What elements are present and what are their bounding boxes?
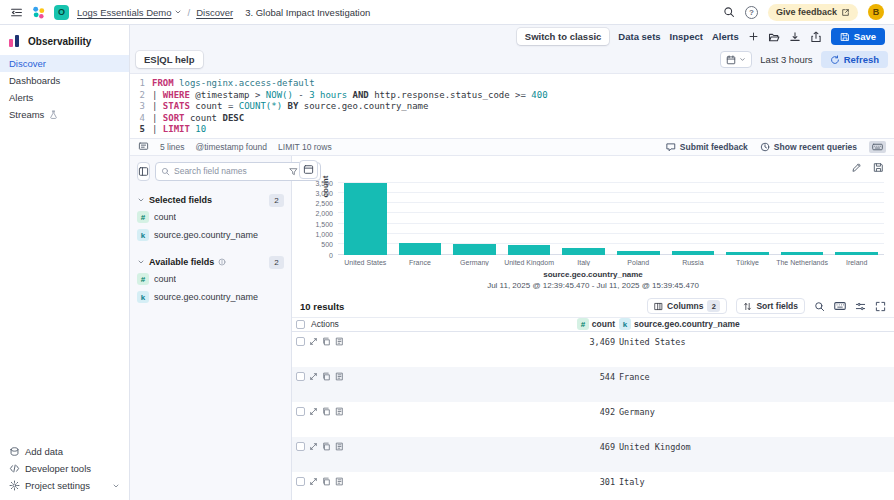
view-document-icon[interactable]: [335, 477, 344, 486]
selected-fields-accordion[interactable]: Selected fields 2: [137, 194, 284, 207]
country-cell[interactable]: Italy: [615, 477, 894, 487]
expand-row-icon[interactable]: [309, 372, 318, 381]
show-recent-queries-button[interactable]: Show recent queries: [760, 142, 857, 152]
search-icon[interactable]: [723, 6, 735, 18]
view-document-icon[interactable]: [335, 372, 344, 381]
bar-Türkiye[interactable]: [726, 252, 769, 255]
available-fields-accordion[interactable]: Available fields 2: [137, 256, 284, 269]
feedback-doc-icon[interactable]: [138, 141, 149, 152]
help-icon[interactable]: ?: [745, 6, 758, 19]
sidebar-item-project-settings[interactable]: Project settings: [0, 477, 129, 494]
fullscreen-icon[interactable]: [875, 301, 886, 312]
bar-United States[interactable]: [344, 183, 387, 254]
bar-United Kingdom[interactable]: [508, 245, 551, 255]
country-cell[interactable]: Germany: [615, 407, 894, 417]
user-avatar[interactable]: B: [868, 4, 884, 20]
edit-visualization-icon[interactable]: [851, 162, 862, 173]
keyboard-icon[interactable]: [834, 301, 846, 311]
select-all-checkbox[interactable]: [296, 320, 305, 329]
count-column-header[interactable]: # count: [577, 318, 615, 330]
copy-icon[interactable]: [322, 407, 331, 416]
info-icon[interactable]: [218, 258, 226, 266]
breadcrumb-project[interactable]: Logs Essentials Demo: [77, 7, 182, 18]
copy-icon[interactable]: [322, 372, 331, 381]
inspect-button[interactable]: Inspect: [670, 31, 703, 42]
sidebar-item-add-data[interactable]: Add data: [0, 443, 129, 460]
field-item-source.geo.country_name[interactable]: ksource.geo.country_name: [137, 228, 284, 243]
space-badge[interactable]: O: [54, 5, 69, 20]
row-checkbox[interactable]: [296, 407, 305, 416]
row-checkbox[interactable]: [296, 477, 305, 486]
hide-chart-button[interactable]: [299, 160, 318, 179]
bar-Poland[interactable]: [617, 251, 660, 254]
esql-editor[interactable]: 1FROM logs-nginx.access-default2| WHERE …: [130, 73, 894, 138]
copy-icon[interactable]: [322, 337, 331, 346]
data-sets-button[interactable]: Data sets: [618, 31, 660, 42]
bar-France[interactable]: [399, 243, 442, 254]
editor-line[interactable]: 1FROM logs-nginx.access-default: [130, 78, 894, 90]
share-icon[interactable]: [810, 31, 822, 43]
field-item-source.geo.country_name[interactable]: ksource.geo.country_name: [137, 290, 284, 305]
keyboard-shortcut-icon[interactable]: [869, 141, 886, 153]
field-item-count[interactable]: #count: [137, 210, 284, 225]
country-cell[interactable]: United Kingdom: [615, 442, 894, 452]
view-document-icon[interactable]: [335, 442, 344, 451]
count-cell[interactable]: 301: [348, 477, 615, 487]
expand-row-icon[interactable]: [309, 477, 318, 486]
switch-to-classic-button[interactable]: Switch to classic: [517, 28, 610, 45]
bar-The Netherlands[interactable]: [781, 252, 824, 255]
country-column-header[interactable]: k source.geo.country_name: [619, 318, 740, 330]
time-range-value[interactable]: Last 3 hours: [760, 54, 812, 65]
bar-Russia[interactable]: [672, 251, 715, 254]
bar-Ireland[interactable]: [835, 252, 878, 254]
editor-line[interactable]: 5| LIMIT 10: [130, 124, 894, 136]
expand-row-icon[interactable]: [309, 442, 318, 451]
menu-collapse-icon[interactable]: [10, 6, 23, 19]
sidebar-item-streams[interactable]: Streams: [0, 106, 129, 123]
sidebar-item-alerts[interactable]: Alerts: [0, 89, 129, 106]
expand-row-icon[interactable]: [309, 337, 318, 346]
country-cell[interactable]: France: [615, 372, 894, 382]
submit-feedback-button[interactable]: Submit feedback: [666, 142, 748, 152]
expand-row-icon[interactable]: [309, 407, 318, 416]
row-checkbox[interactable]: [296, 372, 305, 381]
sidebar-item-discover[interactable]: Discover: [0, 55, 129, 72]
elastic-logo-icon[interactable]: [31, 5, 46, 20]
field-item-count[interactable]: #count: [137, 272, 284, 287]
sidebar-item-dashboards[interactable]: Dashboards: [0, 72, 129, 89]
view-document-icon[interactable]: [335, 407, 344, 416]
collapse-fields-panel-button[interactable]: [137, 162, 150, 181]
esql-help-button[interactable]: ES|QL help: [136, 51, 203, 68]
row-checkbox[interactable]: [296, 337, 305, 346]
alerts-button[interactable]: Alerts: [712, 31, 739, 42]
give-feedback-button[interactable]: Give feedback: [768, 4, 858, 21]
count-cell[interactable]: 544: [348, 372, 615, 382]
field-search-input[interactable]: [174, 166, 285, 176]
row-checkbox[interactable]: [296, 442, 305, 451]
calendar-button[interactable]: [720, 51, 752, 68]
chart-plot[interactable]: [338, 183, 884, 255]
sort-fields-button[interactable]: Sort fields: [736, 298, 805, 314]
copy-icon[interactable]: [322, 477, 331, 486]
copy-icon[interactable]: [322, 442, 331, 451]
count-cell[interactable]: 469: [348, 442, 615, 452]
refresh-button[interactable]: Refresh: [821, 51, 888, 68]
save-button[interactable]: Save: [831, 28, 885, 45]
open-folder-icon[interactable]: [768, 31, 780, 43]
count-cell[interactable]: 3,469: [348, 337, 615, 347]
sidebar-item-developer-tools[interactable]: Developer tools: [0, 460, 129, 477]
country-cell[interactable]: United States: [615, 337, 894, 347]
editor-line[interactable]: 2| WHERE @timestamp > NOW() - 3 hours AN…: [130, 90, 894, 102]
bar-Germany[interactable]: [453, 244, 496, 254]
editor-line[interactable]: 4| SORT count DESC: [130, 113, 894, 125]
save-visualization-icon[interactable]: [873, 162, 884, 173]
editor-line[interactable]: 3| STATS count = COUNT(*) BY source.geo.…: [130, 101, 894, 113]
display-options-icon[interactable]: [855, 301, 866, 312]
download-icon[interactable]: [789, 31, 801, 43]
bar-Italy[interactable]: [562, 248, 605, 254]
breadcrumb-app[interactable]: Discover: [196, 7, 233, 18]
count-cell[interactable]: 492: [348, 407, 615, 417]
search-in-table-icon[interactable]: [814, 301, 825, 312]
new-session-plus-icon[interactable]: [748, 31, 759, 42]
columns-button[interactable]: Columns 2: [647, 298, 727, 314]
